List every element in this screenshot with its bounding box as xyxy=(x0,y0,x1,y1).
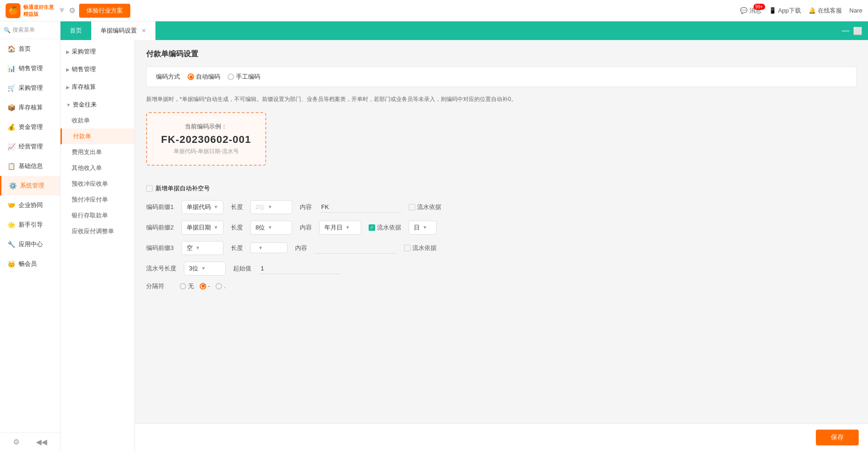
sidebar-label-sales: 销售管理 xyxy=(19,64,43,73)
sidebar-item-purchase[interactable]: 🛒 采购管理 xyxy=(0,78,60,98)
prefix2-value: 单据日期 xyxy=(187,223,211,232)
prefix2-label: 编码前缀2 xyxy=(146,223,174,232)
prefix2-length-label: 长度 xyxy=(231,223,243,232)
search-menu-btn[interactable]: 🔍 搜索菜单 xyxy=(0,21,60,39)
prefix2-length-select[interactable]: 8位 ▼ xyxy=(250,221,292,235)
tab-encoding[interactable]: 单据编码设置 ✕ xyxy=(91,21,155,40)
waterflow-length-value: 3位 xyxy=(189,264,198,273)
tab-maximize-btn[interactable]: ⬜ xyxy=(853,27,862,35)
sep-none-radio[interactable] xyxy=(180,283,186,289)
prefix2-content-select[interactable]: 年月日 ▼ xyxy=(319,221,361,235)
sidebar-item-business[interactable]: 📈 经营管理 xyxy=(0,137,60,156)
prefix2-waterflow-check[interactable]: ✓ 流水依据 xyxy=(369,223,401,232)
sidebar-item-apps[interactable]: 🔧 应用中心 xyxy=(0,235,60,254)
message-icon: 💬 xyxy=(740,7,747,14)
app-icon: 📱 xyxy=(769,7,776,14)
prefix1-waterflow-check[interactable]: 流水依据 xyxy=(409,203,441,211)
sidebar-label-system: 系统管理 xyxy=(20,182,44,190)
sidebar-item-home[interactable]: 🏠 首页 xyxy=(0,39,60,59)
online-service-btn[interactable]: 🔔 在线客服 xyxy=(808,7,842,15)
sub-menu-header-sales[interactable]: ▶ 销售管理 xyxy=(61,61,135,77)
user-avatar[interactable]: Nare xyxy=(849,7,862,14)
sub-menu-item-receipt[interactable]: 收款单 xyxy=(61,113,135,128)
industry-btn[interactable]: 体验行业方案 xyxy=(79,4,130,18)
sidebar-item-finance[interactable]: 💰 资金管理 xyxy=(0,117,60,137)
sub-menu-item-expense[interactable]: 费用支出单 xyxy=(61,144,135,160)
prefix2-cycle-select[interactable]: 日 ▼ xyxy=(409,221,437,235)
tab-minimize-btn[interactable]: — xyxy=(842,27,849,35)
app-body: 🔍 搜索菜单 🏠 首页 📊 销售管理 🛒 采购管理 📦 库存核算 💰 xyxy=(0,21,868,451)
prefix3-content-input[interactable] xyxy=(315,242,397,254)
collapse-btn[interactable]: ◀◀ xyxy=(36,438,47,446)
prefix3-row: 编码前缀3 空 ▼ 长度 ▼ 内容 xyxy=(146,241,857,255)
prefix3-select[interactable]: 空 ▼ xyxy=(182,241,223,255)
sep-dot-option[interactable]: . xyxy=(215,283,226,289)
home-icon: 🏠 xyxy=(7,45,15,53)
settings-icon[interactable]: ⚙ xyxy=(69,6,75,15)
prefix1-length-value: 2位 xyxy=(256,203,265,211)
sidebar-item-enterprise[interactable]: 🤝 企业协同 xyxy=(0,195,60,215)
sidebar-item-basic[interactable]: 📋 基础信息 xyxy=(0,156,60,176)
prefix1-content-label: 内容 xyxy=(300,203,312,211)
sep-none-option[interactable]: 无 xyxy=(180,282,194,290)
settings-footer-btn[interactable]: ⚙ xyxy=(13,438,20,446)
manual-code-option[interactable]: 手工编码 xyxy=(228,73,260,81)
prefix3-length-select[interactable]: ▼ xyxy=(250,242,288,253)
tab-home[interactable]: 首页 xyxy=(61,21,91,40)
tab-close-icon[interactable]: ✕ xyxy=(141,27,146,34)
sub-menu-item-adjustment[interactable]: 应收应付调整单 xyxy=(61,223,135,239)
auto-code-radio[interactable] xyxy=(188,74,194,80)
sep-dash-radio[interactable] xyxy=(200,283,206,289)
prefix3-waterflow-checkbox[interactable] xyxy=(404,245,410,251)
encoding-method-section: 编码方式 自动编码 手工编码 xyxy=(146,67,857,87)
header-left: 🍊 畅通道好生意 精益版 ▼ ⚙ 体验行业方案 xyxy=(6,3,130,18)
sidebar-item-guide[interactable]: 🌟 新手引导 xyxy=(0,215,60,235)
tab-home-label: 首页 xyxy=(70,27,82,35)
prefix3-value: 空 xyxy=(187,244,193,252)
sub-menu-header-inventory[interactable]: ▶ 库存核算 xyxy=(61,79,135,95)
prefix1-select[interactable]: 单据代码 ▼ xyxy=(182,200,223,214)
message-btn[interactable]: 💬 消息 99+ xyxy=(740,7,761,15)
prefix2-waterflow-label: 流水依据 xyxy=(377,223,401,232)
auto-fill-checkbox[interactable] xyxy=(146,185,153,192)
logo-line2: 精益版 xyxy=(23,11,54,17)
prefix3-waterflow-check[interactable]: 流水依据 xyxy=(404,244,437,252)
start-value-input[interactable] xyxy=(259,263,341,274)
left-sidebar: 🔍 搜索菜单 🏠 首页 📊 销售管理 🛒 采购管理 📦 库存核算 💰 xyxy=(0,21,61,451)
prefix1-waterflow-checkbox[interactable] xyxy=(409,204,415,210)
prefix1-length-select[interactable]: 2位 ▼ xyxy=(250,200,292,214)
enterprise-icon: 🤝 xyxy=(7,202,15,209)
manual-code-label: 手工编码 xyxy=(236,73,260,81)
sub-menu-item-bank[interactable]: 银行存取款单 xyxy=(61,208,135,223)
sub-menu-item-prepay-ar[interactable]: 预收冲应收单 xyxy=(61,176,135,192)
main-content: 付款单编码设置 编码方式 自动编码 手工编码 xyxy=(135,40,868,451)
prefix2-waterflow-checkbox[interactable]: ✓ xyxy=(369,224,375,231)
code-preview-label: 当前编码示例： xyxy=(161,122,251,131)
dropdown-btn[interactable]: ▼ xyxy=(58,6,66,15)
app-download-btn[interactable]: 📱 App下载 xyxy=(769,7,801,15)
sub-menu-header-finance[interactable]: ▼ 资金往来 xyxy=(61,97,135,113)
waterflow-length-select[interactable]: 3位 ▼ xyxy=(184,262,226,276)
sub-menu-item-payment[interactable]: 付款单 xyxy=(61,128,135,144)
sub-menu-inventory: ▶ 库存核算 xyxy=(61,79,135,95)
manual-code-radio[interactable] xyxy=(228,74,234,80)
sub-menu-header-purchase[interactable]: ▶ 采购管理 xyxy=(61,44,135,60)
sub-menu-item-other-income[interactable]: 其他收入单 xyxy=(61,160,135,176)
prefix2-select[interactable]: 单据日期 ▼ xyxy=(182,221,223,235)
sep-dot-radio[interactable] xyxy=(215,283,222,289)
separator-label: 分隔符 xyxy=(146,282,174,290)
sidebar-item-system[interactable]: ⚙️ 系统管理 xyxy=(0,176,60,195)
prefix2-content-arrow: ▼ xyxy=(345,225,350,230)
auto-fill-label: 新增单据自动补空号 xyxy=(155,184,210,193)
sidebar-item-sales[interactable]: 📊 销售管理 xyxy=(0,59,60,78)
sidebar-label-finance: 资金管理 xyxy=(19,123,43,131)
sub-menu-item-prepay-ap[interactable]: 预付冲应付单 xyxy=(61,192,135,208)
save-button[interactable]: 保存 xyxy=(816,430,859,445)
sidebar-item-member[interactable]: 👑 畅会员 xyxy=(0,254,60,274)
auto-code-option[interactable]: 自动编码 xyxy=(188,73,220,81)
sub-menu-finance-label: 资金往来 xyxy=(73,101,97,109)
prefix1-content-input[interactable] xyxy=(319,202,401,213)
sep-dash-option[interactable]: - xyxy=(200,283,210,289)
sidebar-item-inventory[interactable]: 📦 库存核算 xyxy=(0,98,60,117)
sub-menu-purchase-label: 采购管理 xyxy=(72,47,96,56)
